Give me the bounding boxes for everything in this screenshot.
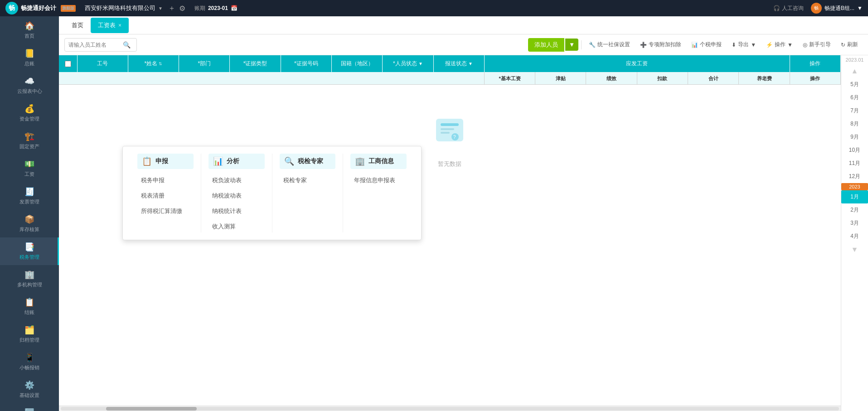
search-input-wrapper[interactable]: 🔍: [64, 38, 137, 52]
tab-salary[interactable]: 工资表 ×: [91, 18, 129, 33]
cal-month-12[interactable]: 12月: [841, 170, 868, 183]
export-label: 导出: [738, 41, 749, 48]
sidebar-item-close[interactable]: 📋 结账: [0, 293, 59, 320]
tab-home-label: 首页: [72, 21, 83, 29]
company-selector[interactable]: 西安虾米网络科技有限公司 ▼: [85, 4, 163, 12]
export-button[interactable]: ⬇ 导出 ▼: [727, 39, 761, 51]
cal-month-5[interactable]: 5月: [841, 78, 868, 91]
invoice-icon: 🧾: [24, 187, 34, 197]
separator-1: [581, 40, 582, 49]
cal-month-9[interactable]: 9月: [841, 131, 868, 144]
analysis-item-tax-stats[interactable]: 纳税统计表: [209, 205, 265, 217]
cal-month-1-active[interactable]: 1月: [841, 190, 868, 203]
sidebar-item-tax[interactable]: 📑 税务管理: [0, 237, 59, 265]
col-op-sub: 操作: [790, 73, 840, 85]
archive-icon: 🗂️: [24, 325, 34, 335]
cal-active-year: 2023: [841, 183, 868, 190]
dropdown-menu: 📋 申报 税务申报 税表清册 所得税汇算清缴: [122, 146, 422, 240]
select-all-checkbox[interactable]: [65, 61, 71, 67]
col-performance: 绩效: [586, 73, 637, 85]
cal-nav-down[interactable]: ▼: [849, 243, 861, 256]
tax-expert-item[interactable]: 税检专家: [280, 174, 336, 186]
refresh-button[interactable]: ↻ 刷新: [836, 39, 863, 51]
sidebar-item-funds[interactable]: 💰 资金管理: [0, 99, 59, 127]
operations-button[interactable]: ⚡ 操作 ▼: [761, 39, 797, 51]
special-deduction-button[interactable]: ➕ 专项附加扣除: [635, 39, 686, 51]
sidebar: 🏠 首页 📒 总账 ☁️ 云报表中心 💰 资金管理 🏗️ 固定资产 💵 工资 🧾…: [0, 16, 59, 411]
scroll-track[interactable]: [61, 407, 839, 411]
sidebar-item-invoice[interactable]: 🧾 发票管理: [0, 182, 59, 210]
business-info-item-annual[interactable]: 年报信息申报表: [350, 174, 407, 186]
sidebar-item-archive[interactable]: 🗂️ 归档管理: [0, 320, 59, 348]
sidebar-item-salary[interactable]: 💵 工资: [0, 155, 59, 182]
social-insurance-icon: 🔧: [589, 42, 596, 48]
col-dept-label: *部门: [198, 60, 211, 67]
chevron-down-icon: ▼: [158, 6, 163, 11]
report-item-tax-clearance[interactable]: 税表清册: [137, 190, 194, 202]
report-section-icon: 📋: [142, 156, 152, 166]
username: 畅捷通B组...: [824, 5, 854, 12]
cal-month-6[interactable]: 6月: [841, 91, 868, 104]
status-filter-icon[interactable]: ▼: [418, 61, 423, 66]
col-checkbox[interactable]: [59, 55, 77, 72]
sidebar-label-invoice: 发票管理: [19, 198, 39, 205]
sidebar-item-mini[interactable]: 📱 小畅报销: [0, 348, 59, 376]
tab-home[interactable]: 首页: [64, 18, 91, 33]
name-sort-icon[interactable]: ⇅: [159, 62, 162, 66]
scroll-bar: [59, 406, 841, 411]
add-company-icon[interactable]: ＋: [168, 4, 175, 13]
main-layout: 🏠 首页 📒 总账 ☁️ 云报表中心 💰 资金管理 🏗️ 固定资产 💵 工资 🧾…: [0, 16, 868, 411]
tax-icon: 📑: [24, 242, 34, 252]
sidebar-label-home: 首页: [24, 33, 34, 39]
cal-month-11[interactable]: 11月: [841, 157, 868, 170]
service-button[interactable]: 🎧 人工咨询: [773, 5, 804, 12]
report-status-filter-icon[interactable]: ▼: [468, 61, 473, 66]
add-person-label: 添加人员: [534, 41, 558, 49]
special-deduction-label: 专项附加扣除: [649, 41, 681, 48]
content-area: 首页 工资表 × 🔍 添加人员 ▼ 🔧 统一社保设置: [59, 16, 868, 411]
report-item-income-tax[interactable]: 所得税汇算清缴: [137, 205, 194, 217]
settings-icon[interactable]: ⚙: [179, 4, 185, 13]
social-insurance-button[interactable]: 🔧 统一社保设置: [584, 39, 635, 51]
sidebar-item-home[interactable]: 🏠 首页: [0, 16, 59, 44]
cal-nav-up[interactable]: ▲: [849, 64, 861, 78]
analysis-item-income-calc[interactable]: 收入测算: [209, 221, 265, 232]
calendar-icon[interactable]: 📅: [231, 5, 238, 11]
analysis-item-tax-burden[interactable]: 税负波动表: [209, 174, 265, 186]
user-info[interactable]: 畅 畅捷通B组... ▼: [811, 3, 863, 14]
sidebar-label-multi-org: 多机构管理: [17, 281, 42, 288]
sidebar-item-settings[interactable]: ⚙️ 基础设置: [0, 376, 59, 403]
col-id: 工号: [77, 55, 128, 72]
sidebar-item-inventory[interactable]: 📦 库存核算: [0, 210, 59, 237]
scroll-thumb[interactable]: [106, 407, 197, 411]
analysis-item-tax-wave[interactable]: 纳税波动表: [209, 190, 265, 202]
sidebar-item-ledger[interactable]: 📒 总账: [0, 44, 59, 72]
sidebar-item-assets[interactable]: 🏗️ 固定资产: [0, 127, 59, 155]
sidebar-item-cloud[interactable]: ☁️ 云报表中心: [0, 72, 59, 99]
cal-month-10[interactable]: 10月: [841, 144, 868, 157]
company-name: 西安虾米网络科技有限公司: [85, 4, 155, 12]
cal-month-3[interactable]: 3月: [841, 217, 868, 230]
report-item-tax-declaration[interactable]: 税务申报: [137, 174, 194, 186]
funds-icon: 💰: [24, 104, 34, 114]
svg-rect-1: [441, 123, 459, 126]
cal-month-4[interactable]: 4月: [841, 230, 868, 243]
search-input[interactable]: [68, 42, 123, 48]
col-performance-label: 绩效: [606, 76, 616, 81]
cal-month-2[interactable]: 2月: [841, 203, 868, 217]
business-info-section-icon: 🏢: [355, 156, 365, 166]
cal-month-8[interactable]: 8月: [841, 117, 868, 131]
new-guide-icon: ◎: [803, 42, 807, 48]
tax-return-label: 个税申报: [700, 41, 722, 48]
tax-return-button[interactable]: 📊 个税申报: [687, 39, 726, 51]
sidebar-item-guide[interactable]: 🆕 新手引导: [0, 403, 59, 411]
add-person-button[interactable]: 添加人员: [528, 38, 564, 52]
col-status: *人员状态 ▼: [383, 55, 433, 72]
cal-month-7[interactable]: 7月: [841, 104, 868, 117]
new-guide-button[interactable]: ◎ 新手引导: [798, 39, 835, 51]
add-person-dropdown-button[interactable]: ▼: [565, 39, 578, 51]
col-op-sub-label: 操作: [810, 76, 820, 81]
ledger-icon: 📒: [24, 48, 34, 58]
tab-close-icon[interactable]: ×: [118, 22, 121, 29]
sidebar-item-multi-org[interactable]: 🏢 多机构管理: [0, 265, 59, 293]
